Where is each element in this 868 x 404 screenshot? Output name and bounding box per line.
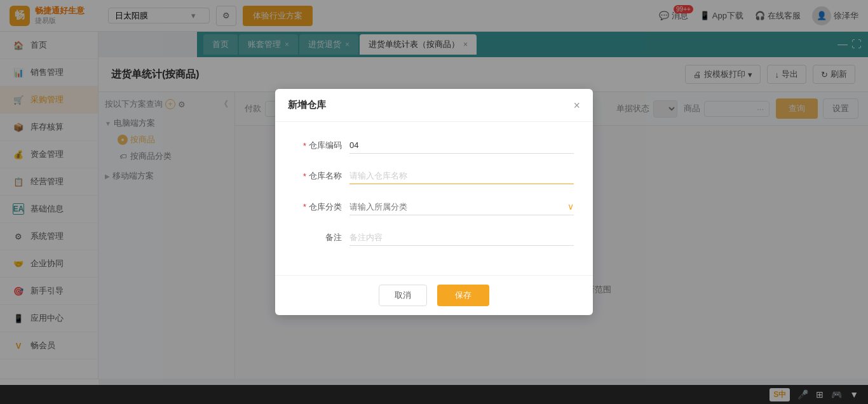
category-label-text: 仓库分类 <box>309 201 342 213</box>
remark-input[interactable] <box>349 229 574 246</box>
required-star3: * <box>303 202 306 212</box>
modal-title: 新增仓库 <box>288 99 326 111</box>
remark-label-text: 备注 <box>325 232 342 243</box>
modal-close-button[interactable]: × <box>573 100 580 111</box>
code-row: * 仓库编码 <box>294 137 574 154</box>
modal-body: * 仓库编码 * 仓库名称 * 仓库分类 <box>275 122 593 275</box>
category-select-wrap[interactable]: ∨ <box>349 198 574 215</box>
name-label-text: 仓库名称 <box>309 170 342 182</box>
required-star2: * <box>303 172 306 181</box>
name-input[interactable] <box>349 168 574 184</box>
add-warehouse-modal: 新增仓库 × * 仓库编码 * 仓库名称 <box>275 89 593 315</box>
code-input[interactable] <box>349 137 574 154</box>
remark-label: 备注 <box>294 232 342 243</box>
save-button[interactable]: 保存 <box>437 285 489 306</box>
name-label: * 仓库名称 <box>294 170 342 182</box>
cancel-button[interactable]: 取消 <box>379 285 427 306</box>
modal-header: 新增仓库 × <box>275 89 593 122</box>
remark-row: 备注 <box>294 229 574 246</box>
code-label-text: 仓库编码 <box>309 140 342 151</box>
code-label: * 仓库编码 <box>294 140 342 151</box>
category-chevron-icon: ∨ <box>567 201 574 212</box>
modal-overlay: 新增仓库 × * 仓库编码 * 仓库名称 <box>0 0 868 404</box>
modal-footer: 取消 保存 <box>275 275 593 315</box>
category-input[interactable] <box>349 202 567 212</box>
required-star: * <box>303 141 306 151</box>
name-row: * 仓库名称 <box>294 168 574 184</box>
category-row: * 仓库分类 ∨ <box>294 198 574 215</box>
category-label: * 仓库分类 <box>294 201 342 213</box>
